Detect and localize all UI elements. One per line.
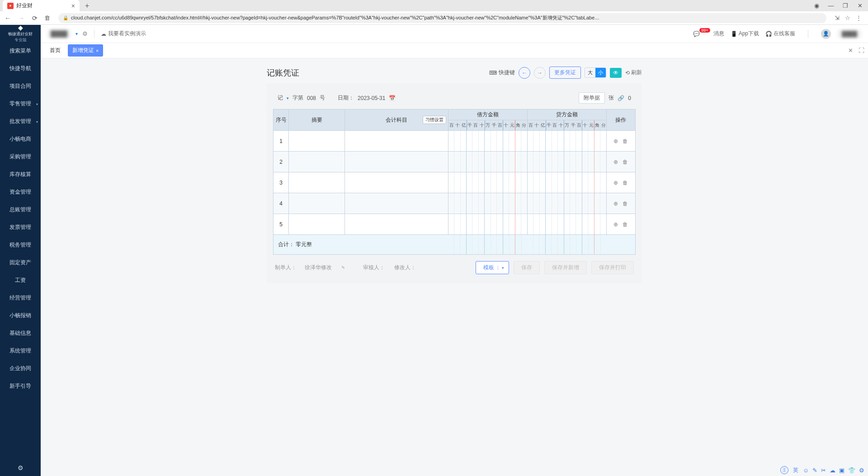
- delete-row-icon[interactable]: 🗑: [623, 221, 628, 228]
- star-icon[interactable]: ☆: [845, 14, 850, 21]
- add-row-icon[interactable]: ⊕: [613, 180, 618, 186]
- sidebar-item[interactable]: 企业协同: [0, 360, 41, 377]
- debit-cell[interactable]: [448, 131, 527, 152]
- reload-button[interactable]: ⟳: [31, 14, 39, 22]
- maximize-icon[interactable]: ❐: [842, 2, 849, 9]
- table-row[interactable]: 5⊕🗑: [274, 214, 636, 235]
- summary-cell[interactable]: [289, 214, 345, 235]
- subject-cell[interactable]: [345, 131, 448, 152]
- person-icon[interactable]: 👕: [848, 467, 855, 474]
- gear-icon[interactable]: ⚙: [82, 30, 88, 37]
- habit-settings-button[interactable]: 习惯设置: [423, 116, 446, 124]
- summary-cell[interactable]: [289, 172, 345, 193]
- install-icon[interactable]: ⇲: [835, 14, 840, 21]
- delete-row-icon[interactable]: 🗑: [623, 180, 628, 186]
- sidebar-item[interactable]: 基础信息: [0, 324, 41, 342]
- sidebar-item[interactable]: 发票管理: [0, 219, 41, 236]
- url-input[interactable]: 🔒 cloud.chanjet.com/cc/u6d89qwnryel/57bf…: [58, 13, 826, 23]
- link-icon[interactable]: 🔗: [618, 95, 624, 101]
- close-tab-icon[interactable]: ✕: [848, 47, 853, 54]
- sidebar-item[interactable]: 项目合同: [0, 77, 41, 95]
- debit-cell[interactable]: [448, 152, 527, 172]
- summary-cell[interactable]: [289, 152, 345, 172]
- scissors-icon[interactable]: ✂: [821, 467, 826, 474]
- support-button[interactable]: 🎧 在线客服: [765, 30, 795, 38]
- more-vouchers-button[interactable]: 更多凭证: [549, 67, 581, 79]
- gear-icon[interactable]: ⚙: [859, 467, 864, 474]
- back-button[interactable]: ←: [4, 14, 12, 22]
- credit-cell[interactable]: [527, 152, 606, 172]
- sidebar-item[interactable]: 批发管理: [0, 113, 41, 130]
- subject-cell[interactable]: [345, 172, 448, 193]
- settings-icon[interactable]: ⚙: [0, 460, 41, 476]
- shortcut-button[interactable]: ⌨ 快捷键: [489, 69, 515, 76]
- messages-button[interactable]: 💬 99+ 消息: [693, 30, 724, 38]
- debit-cell[interactable]: [448, 214, 527, 235]
- table-row[interactable]: 3⊕🗑: [274, 172, 636, 193]
- sidebar-item[interactable]: 快捷导航: [0, 60, 41, 77]
- save-button[interactable]: 保存: [514, 261, 540, 274]
- org-selector[interactable]: ████: [47, 29, 71, 38]
- add-row-icon[interactable]: ⊕: [613, 159, 618, 165]
- sidebar-item[interactable]: 零售管理: [0, 95, 41, 113]
- prev-voucher-button[interactable]: ←: [519, 67, 530, 79]
- account-icon[interactable]: ◉: [813, 2, 820, 9]
- fullscreen-icon[interactable]: ⛶: [859, 47, 864, 54]
- sidebar-item[interactable]: 税务管理: [0, 236, 41, 254]
- browser-tab[interactable]: ✦ 好业财 ×: [3, 0, 80, 11]
- credit-cell[interactable]: [527, 131, 606, 152]
- ime-mode[interactable]: 英: [793, 466, 798, 474]
- save-and-print-button[interactable]: 保存并打印: [591, 261, 634, 274]
- sidebar-item[interactable]: 库存核算: [0, 166, 41, 183]
- subject-cell[interactable]: [345, 152, 448, 172]
- minimize-icon[interactable]: —: [827, 2, 835, 9]
- add-row-icon[interactable]: ⊕: [613, 200, 618, 207]
- add-row-icon[interactable]: ⊕: [613, 138, 618, 144]
- close-window-icon[interactable]: ✕: [856, 2, 863, 9]
- subject-cell[interactable]: [345, 214, 448, 235]
- voucher-number[interactable]: 008: [307, 95, 316, 101]
- sidebar-item[interactable]: 采购管理: [0, 148, 41, 166]
- size-toggle[interactable]: 大 小: [585, 67, 606, 78]
- sidebar-item[interactable]: 系统管理: [0, 342, 41, 360]
- app-download-button[interactable]: 📱 App下载: [731, 30, 759, 38]
- image-icon[interactable]: ▣: [839, 467, 844, 474]
- credit-cell[interactable]: [527, 193, 606, 214]
- sidebar-item[interactable]: 小畅报销: [0, 307, 41, 324]
- sidebar-item[interactable]: 固定资产: [0, 254, 41, 271]
- sidebar-item[interactable]: 工资: [0, 271, 41, 289]
- chevron-down-icon[interactable]: ▾: [75, 31, 78, 36]
- sidebar-item[interactable]: 资金管理: [0, 183, 41, 201]
- credit-cell[interactable]: [527, 172, 606, 193]
- table-row[interactable]: 2⊕🗑: [274, 152, 636, 172]
- new-tab-button[interactable]: +: [85, 2, 89, 10]
- summary-cell[interactable]: [289, 193, 345, 214]
- size-small[interactable]: 小: [595, 68, 606, 77]
- debit-cell[interactable]: [448, 193, 527, 214]
- calendar-icon[interactable]: 📅: [389, 95, 396, 101]
- username[interactable]: ████: [837, 30, 862, 38]
- trash-icon[interactable]: 🗑: [44, 14, 50, 21]
- delete-row-icon[interactable]: 🗑: [623, 138, 628, 144]
- table-row[interactable]: 1⊕🗑: [274, 131, 636, 152]
- sidebar-item[interactable]: 经营管理: [0, 289, 41, 307]
- voucher-type[interactable]: 记: [278, 94, 283, 102]
- edit-icon[interactable]: ✎: [341, 265, 345, 270]
- next-voucher-button[interactable]: →: [534, 67, 546, 79]
- chevron-down-icon[interactable]: ▾: [498, 266, 504, 270]
- credit-cell[interactable]: [527, 214, 606, 235]
- subject-cell[interactable]: [345, 193, 448, 214]
- preview-button[interactable]: 👁: [610, 68, 622, 78]
- delete-row-icon[interactable]: 🗑: [623, 200, 628, 207]
- chevron-down-icon[interactable]: ▾: [287, 96, 289, 100]
- sidebar-item[interactable]: 总账管理: [0, 201, 41, 219]
- attach-button[interactable]: 附单据: [579, 92, 605, 104]
- sidebar-item[interactable]: 小畅电商: [0, 130, 41, 148]
- cloud-icon[interactable]: ☁: [830, 467, 835, 474]
- avatar[interactable]: 👤: [821, 29, 831, 39]
- size-large[interactable]: 大: [585, 68, 595, 77]
- template-button[interactable]: 模板 ▾: [476, 261, 509, 274]
- tab-home[interactable]: 首页: [45, 44, 65, 57]
- demo-link[interactable]: ☁ 我要看实例演示: [101, 30, 146, 38]
- summary-cell[interactable]: [289, 131, 345, 152]
